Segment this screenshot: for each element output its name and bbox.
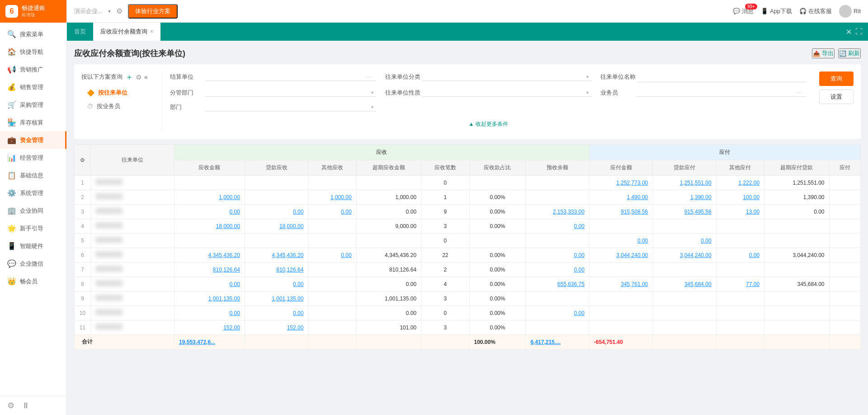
table-row: 4 18,000.00 18,000.00 9,000.00 3 0.00% 0… (75, 219, 861, 234)
table-footer-row: 合计 19,553,472,6... 100.00% 6,417,215....… (75, 335, 861, 349)
footer-ap-overdue (764, 335, 829, 349)
setting-button[interactable]: 设置 (819, 90, 854, 104)
message-action[interactable]: 💬 消息 99+ (733, 7, 754, 15)
footer-ar-overdue (356, 335, 421, 349)
salesman-icon: ⏱ (87, 103, 93, 110)
sidebar-item-member[interactable]: 👑畅会员 (0, 272, 66, 290)
settings-icon[interactable]: ⚙ (116, 7, 123, 15)
settlement-dots-icon: ··· (366, 74, 373, 79)
th-ar-amount: 应收金额 (175, 160, 245, 176)
sidebar-item-search[interactable]: 🔍搜索菜单 (0, 25, 66, 43)
sidebar-item-collab[interactable]: 🏢企业协同 (0, 202, 66, 219)
sidebar-item-operate[interactable]: 📊经营管理 (0, 149, 66, 167)
export-button[interactable]: 📤 导出 (812, 48, 835, 58)
row-partner (91, 248, 175, 262)
th-ap-amount: 应付金额 (589, 160, 652, 176)
row-num: 2 (75, 190, 91, 205)
refresh-icon: 🔄 (839, 50, 846, 57)
salesman-input[interactable]: ··· (636, 89, 807, 97)
service-action[interactable]: 🎧 在线客服 (799, 7, 832, 15)
refresh-button[interactable]: 🔄 刷新 (838, 48, 861, 58)
blurred-partner (95, 179, 123, 185)
dept-chevron-icon: ▾ (371, 90, 373, 95)
partner-nature-select[interactable]: ▾ (422, 89, 591, 97)
blurred-partner (95, 309, 123, 315)
sidebar-item-sales[interactable]: 💰销售管理 (0, 78, 66, 96)
company-chevron-icon[interactable]: ▾ (108, 8, 111, 14)
th-ar-other: 其他应收 (308, 160, 356, 176)
settlement-unit-input[interactable]: ··· (206, 73, 376, 81)
user-action[interactable]: Rit (839, 5, 861, 18)
th-partner: 往来单位 (91, 145, 175, 176)
collapse-btn[interactable]: ▲ 收起更多条件 (170, 117, 807, 132)
dept-select[interactable]: ▾ (206, 89, 376, 97)
sidebar-item-quick[interactable]: 🏠快捷导航 (0, 43, 66, 61)
basic-icon: 📋 (7, 171, 16, 180)
table-row: 2 1,000.00 1,000.00 1,000.00 1 0.00% 1,4… (75, 190, 861, 205)
blurred-partner (95, 237, 123, 243)
app-download-action[interactable]: 📱 App下载 (761, 7, 792, 15)
footer-ar-amount[interactable]: 19,553,472,6... (175, 335, 245, 349)
export-icon: 📤 (813, 50, 820, 57)
th-group-ap: 应付 (589, 145, 860, 160)
sidebar-item-system[interactable]: ⚙️系统管理 (0, 184, 66, 202)
footer-ar-prepaid[interactable]: 6,417,215.... (526, 335, 589, 349)
th-ar-ratio: 应收款占比 (469, 160, 526, 176)
partner-name-input[interactable] (637, 72, 807, 82)
member-icon: 👑 (7, 277, 16, 286)
filter-nav-salesman[interactable]: ⏱ 按业务员 (81, 100, 157, 112)
sidebar-item-basic[interactable]: 📋基础信息 (0, 167, 66, 184)
table-row: 8 0.00 0.00 0.00 4 0.00% 655,636.75 345,… (75, 277, 861, 291)
collapse-footer-icon[interactable]: ⏸ (22, 401, 30, 410)
tab-balance[interactable]: 应收应付余额查询× (93, 23, 160, 41)
filter-nav-partner[interactable]: 🔶 按往来单位 (81, 87, 157, 99)
sidebar-item-wechat[interactable]: 💬企业微信 (0, 255, 66, 272)
th-ar-overdue: 超期应收金额 (356, 160, 421, 176)
data-table: ⚙ 往来单位 应收 应付 应收金额 贷款应收 其他应收 超期应收金额 应收笔数 … (74, 144, 861, 349)
filter-target-icon[interactable]: ⊙ (136, 73, 142, 81)
maximize-icon[interactable]: ⛶ (855, 28, 863, 36)
partner-category-select[interactable]: ▾ (422, 73, 591, 81)
filter-add-icon[interactable]: ＋ (125, 72, 133, 82)
th-group-ar: 应收 (175, 145, 590, 160)
row-partner (91, 205, 175, 219)
th-settings[interactable]: ⚙ (75, 145, 91, 176)
footer-ar-other (308, 335, 356, 349)
query-button[interactable]: 查询 (819, 72, 854, 86)
finance-icon: 💼 (7, 136, 16, 144)
sidebar-item-inventory[interactable]: 🏪库存核算 (0, 114, 66, 131)
sales-icon: 💰 (7, 83, 16, 91)
salesman-dots-icon: ··· (796, 90, 804, 95)
row-partner (91, 277, 175, 291)
sidebar-item-guide[interactable]: 🌟新手引导 (0, 219, 66, 237)
row-partner (91, 219, 175, 234)
sidebar-item-marketing[interactable]: 📢营销推广 (0, 61, 66, 78)
blurred-partner (95, 251, 123, 258)
field-salesman: 业务员 ··· (600, 89, 807, 97)
quick-icon: 🏠 (7, 48, 16, 56)
tab-home[interactable]: 首页 (67, 23, 93, 41)
logo-text: 畅捷通账 标准版 (22, 5, 45, 18)
promo-button[interactable]: 体验行业方案 (128, 4, 178, 19)
row-partner (91, 262, 175, 277)
row-partner (91, 190, 175, 205)
sidebar-item-purchase[interactable]: 🛒采购管理 (0, 96, 66, 114)
tab-close-balance[interactable]: × (150, 29, 153, 35)
footer-ap-amount: -654,751.40 (589, 335, 652, 349)
sidebar-logo: 6 畅捷通账 标准版 (0, 0, 66, 23)
row-num: 8 (75, 277, 91, 291)
row-partner (91, 291, 175, 306)
field-partner-name: 往来单位名称 (600, 72, 807, 82)
close-window-icon[interactable]: ✕ (846, 28, 852, 36)
main-content: 应收应付余额查询(按往来单位) 📤 导出 🔄 刷新 按以下方案查询 ＋ ⊙ « (67, 41, 868, 415)
settings-footer-icon[interactable]: ⚙ (7, 401, 14, 410)
sidebar-item-finance[interactable]: 💼资金管理 (0, 131, 66, 149)
branch-dept-select[interactable]: ▾ (206, 103, 376, 111)
filter-label: 按以下方案查询 (81, 73, 123, 81)
footer-ap-loan (653, 335, 716, 349)
blurred-partner (95, 280, 123, 286)
sidebar: 6 畅捷通账 标准版 🔍搜索菜单🏠快捷导航📢营销推广💰销售管理🛒采购管理🏪库存核… (0, 0, 67, 415)
filter-left-icon[interactable]: « (144, 73, 148, 81)
purchase-icon: 🛒 (7, 100, 16, 109)
sidebar-item-hardware[interactable]: 📱智能硬件 (0, 237, 66, 255)
